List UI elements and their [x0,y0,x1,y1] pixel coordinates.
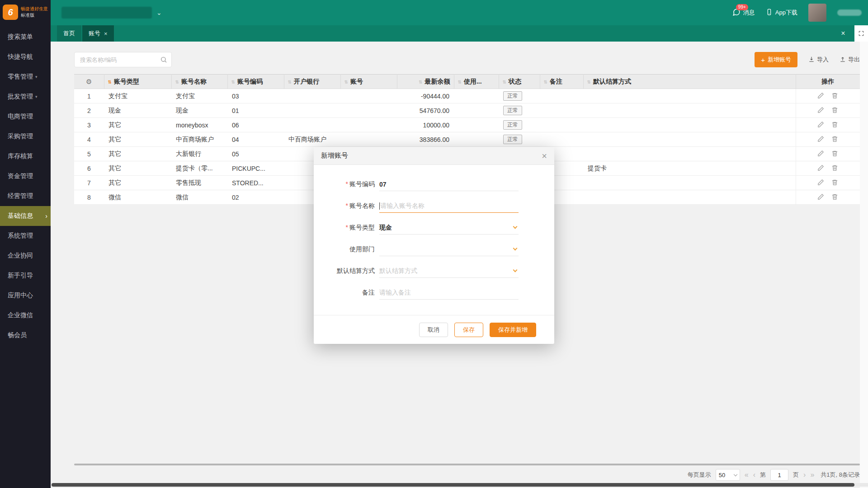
sidebar-item[interactable]: 资金管理 [0,166,51,186]
account-name-input[interactable]: 请输入账号名称 [379,199,519,213]
sidebar-item[interactable]: 企业协同 [0,246,51,266]
delete-button[interactable] [831,121,838,129]
default-settlement-input[interactable]: 默认结算方式 [379,264,519,278]
field-label: *账号类型 [314,224,375,232]
user-name-redacted [837,9,862,16]
sort-icon[interactable]: ⇅ [458,80,462,84]
edit-button[interactable] [817,92,824,100]
account-type-input[interactable]: 现金 [379,221,519,235]
gear-icon[interactable]: ⚙ [86,78,92,85]
sidebar-item[interactable]: 基础信息› [0,206,51,226]
page-horizontal-scrollbar[interactable] [51,483,868,487]
sidebar: 6 畅捷通好生意 标准版 搜索菜单快捷导航零售管理▾批发管理▾电商管理采购管理库… [0,0,51,488]
topbar: ⌄ 99+ 消息 App下载 [51,0,868,25]
search-icon[interactable] [160,56,167,65]
account-code-input[interactable]: 07 [379,178,519,191]
scrollbar-thumb[interactable] [52,483,854,487]
fullscreen-icon[interactable] [854,25,868,42]
export-label: 导出 [848,56,860,64]
use-department-input[interactable] [379,243,519,256]
remark-input[interactable]: 请输入备注 [379,286,519,300]
cancel-button[interactable]: 取消 [419,323,448,337]
pagination: 每页显示 50 « ‹ 第 页 › » 共1页, 8条记录 [688,468,860,482]
column-header: 最新余额 [425,78,450,85]
modal-fields: *账号编码07*账号名称请输入账号名称*账号类型现金使用部门默认结算方式默认结算… [314,165,554,304]
sidebar-item[interactable]: 畅会员 [0,325,51,345]
sidebar-item[interactable]: 采购管理 [0,127,51,146]
tab-item[interactable]: 首页 [57,25,81,42]
sort-icon[interactable]: ⇅ [419,80,422,84]
sort-icon[interactable]: ⇅ [288,80,292,84]
table-row[interactable]: 1支付宝支付宝03-90444.00正常 [74,89,860,103]
table-row[interactable]: 3其它moneybosx0610000.00正常 [74,118,860,132]
edit-button[interactable] [817,179,824,187]
tab-close-icon[interactable]: × [104,30,108,37]
edit-button[interactable] [817,136,824,144]
save-button[interactable]: 保存 [454,323,483,337]
search-box [74,52,172,67]
column-header: 账号 [350,78,363,85]
modal-close-icon[interactable]: × [542,151,547,160]
last-page-button[interactable]: » [810,471,814,479]
delete-button[interactable] [831,150,838,158]
avatar[interactable] [808,4,826,22]
close-icon[interactable]: × [836,25,850,42]
sidebar-item[interactable]: 搜索菜单 [0,27,51,47]
edit-button[interactable] [817,193,824,202]
sort-icon[interactable]: ⇅ [344,80,348,84]
sort-icon[interactable]: ⇅ [503,80,506,84]
import-label: 导入 [817,56,829,64]
delete-button[interactable] [831,179,838,187]
add-account-button[interactable]: + 新增账号 [755,52,797,67]
page-input[interactable] [770,469,788,481]
sidebar-item-label: 基础信息 [8,212,33,220]
next-page-button[interactable]: › [803,471,806,479]
sort-icon[interactable]: ⇅ [231,80,235,84]
sidebar-item-label: 畅会员 [8,331,27,339]
export-button[interactable]: 导出 [840,56,860,64]
chevron-down-icon [513,268,518,272]
import-icon [808,56,815,64]
toolbar-actions: + 新增账号 导入 导出 [755,52,860,67]
topbar-right: 99+ 消息 App下载 [732,0,862,25]
sidebar-item[interactable]: 快捷导航 [0,47,51,67]
tab-item[interactable]: 账号× [82,25,114,42]
delete-button[interactable] [831,136,838,144]
company-name-redacted [61,7,152,19]
edit-button[interactable] [817,107,824,115]
sidebar-item[interactable]: 系统管理 [0,226,51,246]
delete-button[interactable] [831,164,838,173]
messages-button[interactable]: 99+ 消息 [732,8,755,18]
sort-icon[interactable]: ⇅ [587,80,591,84]
company-select[interactable]: ⌄ [61,7,162,19]
delete-button[interactable] [831,193,838,202]
chevron-right-icon: › [45,212,47,220]
per-page-select[interactable]: 50 [716,469,740,481]
edit-button[interactable] [817,164,824,173]
import-button[interactable]: 导入 [808,56,829,64]
field-label: *账号名称 [314,202,375,210]
app-download-button[interactable]: App下载 [766,9,797,17]
sidebar-item[interactable]: 经营管理 [0,186,51,206]
sidebar-item[interactable]: 库存核算 [0,146,51,166]
sidebar-item[interactable]: 应用中心 [0,286,51,305]
sort-icon[interactable]: ⇅ [108,80,112,84]
search-input[interactable] [74,52,172,67]
sidebar-item[interactable]: 电商管理 [0,107,51,127]
prev-page-button[interactable]: ‹ [753,471,755,479]
sidebar-item[interactable]: 批发管理▾ [0,87,51,107]
first-page-button[interactable]: « [745,471,749,479]
table-row[interactable]: 2现金现金01547670.00正常 [74,103,860,118]
sort-icon[interactable]: ⇅ [544,80,547,84]
delete-button[interactable] [831,107,838,115]
sort-icon[interactable]: ⇅ [175,80,179,84]
edit-button[interactable] [817,121,824,129]
sidebar-item[interactable]: 新手引导 [0,266,51,286]
table-row[interactable]: 4其它中百商场账户04中百商场账户383866.00正常 [74,132,860,147]
sidebar-item[interactable]: 零售管理▾ [0,67,51,87]
table-horizontal-scrollbar[interactable] [74,464,860,465]
edit-button[interactable] [817,150,824,158]
sidebar-item[interactable]: 企业微信 [0,305,51,325]
delete-button[interactable] [831,92,838,100]
save-and-new-button[interactable]: 保存并新增 [490,323,536,337]
